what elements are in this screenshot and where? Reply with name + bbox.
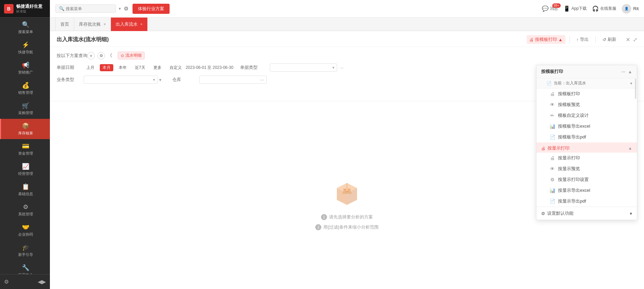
warehouse-input-more-icon[interactable]: ··· <box>260 77 264 82</box>
sidebar-item-应用中心[interactable]: 🔧 应用中心 <box>0 261 50 274</box>
date-btn-更多[interactable]: 更多 <box>151 64 164 71</box>
filter-collapse-left-icon[interactable]: 《 <box>108 53 112 59</box>
sidebar-nav: 🔍 搜索菜单⚡ 快捷导航📢 营销推广💰 销售管理🛒 采购管理📦 库存核算💳 资金… <box>0 18 50 274</box>
header-right-btns: ✕ ⤢ <box>622 36 637 43</box>
svg-rect-6 <box>343 188 351 191</box>
settings-icon[interactable]: ⚙ <box>4 279 9 285</box>
display-section-chevron-icon[interactable]: ▲ <box>628 146 632 151</box>
template-item-3[interactable]: 📊 按模板导出excel <box>536 121 637 132</box>
message-badge[interactable]: 💬 消息 99+ <box>542 5 558 12</box>
filter-add-btn[interactable]: + <box>87 52 95 59</box>
sidebar-item-营销推广[interactable]: 📢 营销推广 <box>0 58 50 78</box>
nav-label-9: 系统管理 <box>18 212 33 217</box>
sidebar-item-库存核算[interactable]: 📦 库存核算 <box>0 119 50 139</box>
warehouse-input[interactable] <box>199 76 267 84</box>
template-item-icon-1: 👁 <box>549 102 555 107</box>
voucher-type-filter: 单据类型 ··· <box>240 63 344 72</box>
collapse-icon[interactable]: ◀▶ <box>38 279 46 285</box>
template-item-4[interactable]: 📄 按模板导出pdf <box>536 132 637 142</box>
voucher-type-more-icon[interactable]: ··· <box>340 65 344 70</box>
topbar-chevron-icon[interactable]: ▾ <box>119 6 121 11</box>
refresh-label: 刷新 <box>608 36 616 43</box>
template-item-1[interactable]: 👁 按模板预览 <box>536 99 637 110</box>
display-item-label-3: 按显示导出excel <box>558 187 590 193</box>
voucher-type-select[interactable] <box>270 63 337 72</box>
print-icon: 🖨 <box>529 37 534 42</box>
nav-label-0: 搜索菜单 <box>18 29 33 34</box>
date-btn-本年[interactable]: 本年 <box>116 64 129 71</box>
dropdown-footer[interactable]: ⚙ 设置默认功能 ▾ <box>536 207 637 220</box>
sidebar-item-基础信息[interactable]: 📋 基础信息 <box>0 180 50 200</box>
display-section-header[interactable]: 🖨 按显示打印 ▲ <box>536 142 637 153</box>
display-item-2[interactable]: ⚙ 按显示打印设置 <box>536 174 637 185</box>
sidebar-item-采购管理[interactable]: 🛒 采购管理 <box>0 99 50 119</box>
dropdown-header: 按模板打印 ··· ▲ <box>536 65 637 78</box>
app-download-btn[interactable]: 📱 App下载 <box>563 5 587 12</box>
nav-label-6: 资金管理 <box>18 151 33 156</box>
expand-icon[interactable]: ⤢ <box>633 36 637 43</box>
tab-库存批次账[interactable]: 库存批次账× <box>74 18 111 31</box>
customer-service-btn[interactable]: 🎧 在线客服 <box>592 5 616 12</box>
user-profile[interactable]: 👤 Rit <box>622 4 639 14</box>
close-tab-icon[interactable]: ✕ <box>626 36 630 43</box>
sidebar-item-经营管理[interactable]: 📈 经营管理 <box>0 159 50 180</box>
tab-close-2[interactable]: × <box>140 22 143 27</box>
brand-name: 畅捷通好生意 <box>16 4 42 9</box>
sidebar-item-系统管理[interactable]: ⚙ 系统管理 <box>0 200 50 220</box>
tab-首页[interactable]: 首页 <box>55 18 74 31</box>
tab-出入库流水[interactable]: 出入库流水× <box>111 18 148 31</box>
app-download-label: App下载 <box>572 6 587 11</box>
filter-actions: + ⚙ 《 <box>87 52 112 59</box>
sidebar-item-资金管理[interactable]: 💳 资金管理 <box>0 139 50 159</box>
current-template-chevron-icon[interactable]: ▾ <box>630 81 632 86</box>
hint-text-2: 用[过滤]条件来缩小分析范围 <box>323 224 378 230</box>
nav-label-2: 营销推广 <box>18 70 33 75</box>
display-items-list: 🖨 按显示打印👁 按显示预览⚙ 按显示打印设置📊 按显示导出excel📄 按显示… <box>536 153 637 207</box>
app-logo-text: 畅捷通好生意 标准版 <box>16 4 42 14</box>
template-item-0[interactable]: 🖨 按模板打印 <box>536 88 637 99</box>
date-btn-自定义[interactable]: 自定义 <box>167 64 184 71</box>
sidebar-item-快捷导航[interactable]: ⚡ 快捷导航 <box>0 38 50 58</box>
dropdown-chevron-up-icon[interactable]: ▲ <box>628 69 632 74</box>
current-template-label: 当前：出入库流水 <box>554 80 586 86</box>
sidebar-item-搜索菜单[interactable]: 🔍 搜索菜单 <box>0 18 50 38</box>
sidebar-item-新手引导[interactable]: 🎓 新手引导 <box>0 240 50 261</box>
display-item-label-0: 按显示打印 <box>558 155 580 161</box>
date-btn-本月[interactable]: 本月 <box>100 64 113 71</box>
search-input[interactable] <box>66 6 113 11</box>
footer-chevron-icon[interactable]: ▾ <box>630 211 632 216</box>
display-item-icon-1: 👁 <box>549 166 555 172</box>
topbar-gear-icon[interactable]: ⚙ <box>124 5 128 12</box>
template-item-2[interactable]: ✏ 模板自定义设计 <box>536 110 637 121</box>
toolbar-divider-1 <box>569 36 570 43</box>
export-icon: ↑ <box>577 37 579 42</box>
refresh-btn[interactable]: ↺ 刷新 <box>600 35 619 44</box>
filter-settings-btn[interactable]: ⚙ <box>97 52 105 59</box>
sidebar-item-企业协同[interactable]: 🤝 企业协同 <box>0 220 50 240</box>
date-btn-上月[interactable]: 上月 <box>84 64 97 71</box>
dropdown-ellipsis-icon[interactable]: ··· <box>621 69 625 74</box>
export-btn[interactable]: ↑ 导出 <box>574 35 592 44</box>
dropdown-title: 按模板打印 <box>541 69 563 75</box>
topbar-right: 💬 消息 99+ 📱 App下载 🎧 在线客服 👤 Rit <box>542 4 639 14</box>
nav-icon-3: 💰 <box>22 82 29 89</box>
nav-label-11: 新手引导 <box>18 252 33 257</box>
sidebar-item-销售管理[interactable]: 💰 销售管理 <box>0 78 50 99</box>
business-type-chevron-icon[interactable]: ▾ <box>159 77 162 82</box>
dropdown-scrollbar[interactable] <box>635 79 636 99</box>
warehouse-label: 仓库 <box>172 77 199 83</box>
print-template-btn[interactable]: 🖨 按模板打印 ▲ <box>527 35 565 44</box>
business-type-select[interactable] <box>84 76 158 84</box>
display-item-0[interactable]: 🖨 按显示打印 <box>536 153 637 163</box>
display-item-3[interactable]: 📊 按显示导出excel <box>536 185 637 196</box>
content-area: 出入库流水(流水明细) 🖨 按模板打印 ▲ ↑ 导出 <box>50 31 644 289</box>
filter-flow-detail-tag[interactable]: ⊙ 流水明细 <box>118 52 145 59</box>
trial-button[interactable]: 体验行业方案 <box>133 4 170 14</box>
user-avatar: 👤 <box>622 4 631 14</box>
display-item-1[interactable]: 👁 按显示预览 <box>536 163 637 174</box>
search-box[interactable]: 🔍 <box>55 4 116 13</box>
tab-close-1[interactable]: × <box>104 22 106 27</box>
date-btn-近7天[interactable]: 近7天 <box>132 64 148 71</box>
filter-row-1: 按以下方案查询 + ⚙ 《 ⊙ 流水明细 <box>57 52 637 59</box>
display-item-4[interactable]: 📄 按显示导出pdf <box>536 196 637 207</box>
